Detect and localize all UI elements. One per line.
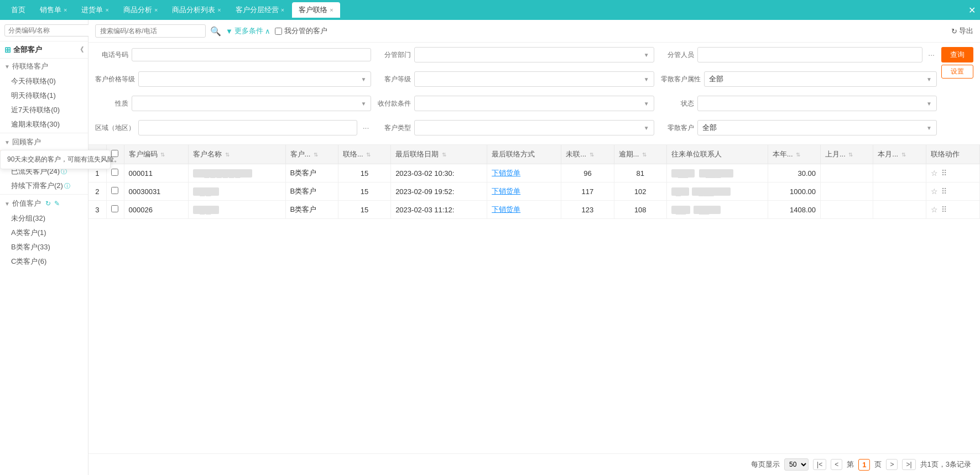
manager-select[interactable]: [697, 47, 923, 62]
row3-check[interactable]: [106, 201, 124, 219]
tab-customer-segment-label: 客户分层经营: [236, 5, 279, 15]
tab-analysis-close[interactable]: ×: [154, 7, 158, 13]
zero-customer-select[interactable]: 全部 ▼: [697, 120, 937, 135]
region-dots[interactable]: ···: [361, 123, 372, 132]
my-customers-check[interactable]: [275, 28, 282, 35]
manager-dots[interactable]: ···: [926, 50, 937, 59]
tab-customer-link[interactable]: 客户联络 ×: [292, 2, 340, 18]
row2-contact-icon[interactable]: ☆: [931, 187, 938, 196]
tab-analysis-list[interactable]: 商品分析列表 ×: [165, 2, 227, 18]
sidebar-today-contact[interactable]: 今天待联络(0): [0, 74, 88, 88]
phone-input[interactable]: [132, 48, 371, 61]
sidebar-declining[interactable]: 持续下滑客户(2) ⓘ: [0, 179, 88, 193]
search-button[interactable]: 🔍: [210, 26, 221, 36]
tab-purchase-close[interactable]: ×: [105, 7, 108, 13]
th-unit-contact[interactable]: 往来单位联系人: [666, 145, 768, 164]
row2-checkbox[interactable]: [111, 187, 118, 194]
tab-purchase[interactable]: 进货单 ×: [75, 2, 115, 18]
row3-method-link[interactable]: 下销货单: [492, 205, 520, 213]
my-customers-label: 我分管的客户: [284, 26, 327, 36]
row1-more-icon[interactable]: ⠿: [941, 169, 947, 178]
row3-last-method[interactable]: 下销货单: [487, 201, 561, 219]
tab-customer-link-close[interactable]: ×: [330, 7, 333, 13]
sidebar-all-customers[interactable]: ⊞ 全部客户 《: [0, 41, 88, 59]
th-code[interactable]: 客户编码 ⇅: [124, 145, 189, 164]
tab-analysis-list-close[interactable]: ×: [217, 7, 221, 13]
sidebar-review-label: 回顾客户: [12, 137, 41, 147]
row3-more-icon[interactable]: ⠿: [941, 205, 947, 214]
th-last-contact-date[interactable]: 最后联络日期 ⇅: [391, 145, 487, 164]
th-contact[interactable]: 联络... ⇅: [338, 145, 390, 164]
sidebar-ungroup[interactable]: 未分组(32): [0, 211, 88, 226]
settings-button[interactable]: 设置: [941, 65, 973, 79]
price-grade-select[interactable]: ▼: [138, 71, 371, 87]
refresh-icon[interactable]: ↻: [45, 200, 51, 207]
tab-bar: 首页 销售单 × 进货单 × 商品分析 × 商品分析列表 × 客户分层经营 × …: [0, 0, 980, 20]
th-this-year[interactable]: 本年... ⇅: [768, 145, 820, 164]
row3-checkbox[interactable]: [111, 205, 118, 212]
th-this-month[interactable]: 本月... ⇅: [873, 145, 926, 164]
sidebar-a-class[interactable]: A类客户(1): [0, 226, 88, 240]
edit-icon[interactable]: ✎: [54, 200, 60, 207]
sidebar-review-title[interactable]: ▼ 回顾客户: [0, 134, 88, 150]
payment-select[interactable]: ▼: [414, 96, 654, 111]
next-page-btn[interactable]: >: [886, 459, 898, 470]
customer-type-select[interactable]: ▼: [414, 120, 654, 135]
sidebar-week-contact[interactable]: 近7天待联络(0): [0, 103, 88, 117]
status-select[interactable]: ▼: [697, 96, 937, 111]
row1-method-link[interactable]: 下销货单: [492, 169, 520, 177]
sidebar-contact-title[interactable]: ▼ 待联络客户: [0, 59, 88, 74]
row1-last-method[interactable]: 下销货单: [487, 164, 561, 182]
row3-contact-icon[interactable]: ☆: [931, 205, 938, 214]
query-button[interactable]: 查询: [941, 47, 973, 62]
gender-select[interactable]: ▼: [132, 96, 371, 111]
tab-customer-link-label: 客户联络: [299, 5, 327, 15]
first-page-btn[interactable]: |<: [813, 459, 826, 470]
sidebar-search-input[interactable]: [4, 24, 95, 36]
more-conditions-label: 更多条件: [234, 26, 263, 36]
th-last-month[interactable]: 上月... ⇅: [821, 145, 873, 164]
tab-home[interactable]: 首页: [4, 2, 32, 18]
zero-attr-select[interactable]: 全部 ▼: [704, 71, 937, 87]
row2-more-icon[interactable]: ⠿: [941, 187, 947, 196]
filter-customer-grade: 客户等级 ▼: [378, 71, 654, 87]
dept-select[interactable]: ▼: [414, 47, 654, 62]
sidebar-overdue-contact[interactable]: 逾期未联络(30): [0, 117, 88, 132]
sidebar-value-title[interactable]: ▼ 价值客户 ↻ ✎: [0, 196, 88, 211]
tab-bar-close-all[interactable]: ✕: [968, 5, 976, 15]
th-last-contact-method[interactable]: 最后联络方式: [487, 145, 561, 164]
sidebar-b-class[interactable]: B类客户(33): [0, 240, 88, 254]
my-customers-checkbox[interactable]: 我分管的客户: [275, 26, 327, 36]
tab-sales-close[interactable]: ×: [64, 7, 67, 13]
sidebar-tomorrow-contact[interactable]: 明天待联络(1): [0, 88, 88, 103]
tab-customer-segment[interactable]: 客户分层经营 ×: [229, 2, 291, 18]
th-last-month-label: 上月...: [825, 150, 846, 158]
last-date-sort-icon: ⇅: [442, 152, 446, 158]
row2-check[interactable]: [106, 182, 124, 201]
row2-contact: 15: [338, 182, 390, 201]
customer-grade-select[interactable]: ▼: [414, 71, 654, 87]
tab-sales[interactable]: 销售单 ×: [33, 2, 74, 18]
region-select[interactable]: [138, 120, 357, 135]
customer-table: ⚙ 客户编码 ⇅ 客户名称 ⇅: [88, 145, 980, 219]
tab-analysis[interactable]: 商品分析 ×: [117, 2, 164, 18]
more-conditions-btn[interactable]: ▼ 更多条件 ∧: [226, 26, 270, 36]
row1-contact-icon[interactable]: ☆: [931, 169, 938, 178]
th-type[interactable]: 客户... ⇅: [285, 145, 338, 164]
search-input[interactable]: [95, 24, 206, 38]
prev-page-btn[interactable]: <: [831, 459, 842, 470]
th-overdue[interactable]: 逾期... ⇅: [614, 145, 666, 164]
per-page-select[interactable]: 50: [784, 458, 809, 471]
row2-overdue: 102: [614, 182, 666, 201]
row1-last-date: 2023-03-02 10:30:: [391, 164, 487, 182]
tab-customer-segment-close[interactable]: ×: [281, 7, 284, 13]
th-uncontacted[interactable]: 未联... ⇅: [561, 145, 614, 164]
row2-method-link[interactable]: 下销货单: [492, 187, 520, 195]
last-page-btn[interactable]: >|: [902, 459, 915, 470]
sidebar-collapse-icon[interactable]: 《: [77, 45, 84, 55]
th-name[interactable]: 客户名称 ⇅: [189, 145, 285, 164]
export-btn[interactable]: ↻ 导出: [951, 26, 973, 36]
sidebar-c-class[interactable]: C类客户(6): [0, 254, 88, 269]
row1-checkbox[interactable]: [111, 169, 118, 176]
row2-last-method[interactable]: 下销货单: [487, 182, 561, 201]
